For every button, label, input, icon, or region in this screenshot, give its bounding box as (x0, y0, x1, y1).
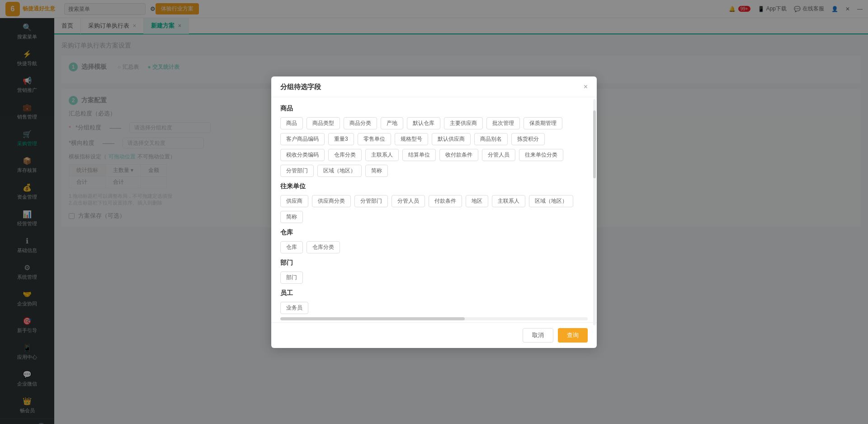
field-tag-0-14[interactable]: 拣货积分 (511, 133, 545, 145)
field-tag-0-1[interactable]: 商品类型 (307, 117, 340, 129)
section-title-1: 往来单位 (280, 182, 588, 191)
section-title-3: 部门 (280, 259, 588, 267)
modal-vscroll (593, 99, 596, 325)
field-tags-3: 部门 (280, 272, 588, 284)
modal: 分组待选字段 × 商品商品商品类型商品分类产地默认仓库主要供应商批次管理保质期管… (271, 76, 597, 348)
field-tag-0-18[interactable]: 结算单位 (402, 149, 436, 161)
modal-hscrollbar-thumb (280, 317, 465, 320)
field-tag-0-10[interactable]: 零售单位 (358, 133, 391, 145)
field-tag-1-5[interactable]: 地区 (466, 195, 488, 207)
field-tag-0-23[interactable]: 区域（地区） (317, 165, 362, 177)
field-tag-1-1[interactable]: 供应商分类 (312, 195, 351, 207)
field-tag-0-5[interactable]: 主要供应商 (444, 117, 483, 129)
modal-footer: 取消 查询 (271, 322, 597, 348)
field-tag-0-13[interactable]: 商品别名 (474, 133, 508, 145)
field-tag-1-2[interactable]: 分管部门 (354, 195, 388, 207)
field-tag-0-11[interactable]: 规格型号 (395, 133, 428, 145)
field-tag-3-0[interactable]: 部门 (280, 272, 303, 284)
field-tags-0: 商品商品类型商品分类产地默认仓库主要供应商批次管理保质期管理客户商品编码重量3零… (280, 117, 588, 177)
field-tag-0-2[interactable]: 商品分类 (344, 117, 377, 129)
field-tag-1-4[interactable]: 付款条件 (429, 195, 462, 207)
modal-overlay[interactable]: 分组待选字段 × 商品商品商品类型商品分类产地默认仓库主要供应商批次管理保质期管… (0, 0, 868, 424)
field-tag-0-15[interactable]: 税收分类编码 (280, 149, 325, 161)
section-title-0: 商品 (280, 105, 588, 113)
field-tag-1-0[interactable]: 供应商 (280, 195, 308, 207)
modal-body[interactable]: 商品商品商品类型商品分类产地默认仓库主要供应商批次管理保质期管理客户商品编码重量… (271, 97, 597, 316)
field-tag-0-12[interactable]: 默认供应商 (432, 133, 471, 145)
field-tag-1-6[interactable]: 主联系人 (492, 195, 525, 207)
field-tag-0-6[interactable]: 批次管理 (486, 117, 520, 129)
field-tag-0-0[interactable]: 商品 (280, 117, 303, 129)
cancel-btn[interactable]: 取消 (523, 328, 553, 343)
field-tag-1-7[interactable]: 区域（地区） (529, 195, 573, 207)
field-tag-0-24[interactable]: 简称 (365, 165, 388, 177)
field-tags-4: 业务员 (280, 302, 588, 314)
modal-close-btn[interactable]: × (584, 83, 588, 91)
field-tag-0-21[interactable]: 往来单位分类 (519, 149, 563, 161)
field-tag-0-7[interactable]: 保质期管理 (524, 117, 562, 129)
field-tags-2: 仓库仓库分类 (280, 241, 588, 253)
field-tag-0-19[interactable]: 收付款条件 (439, 149, 478, 161)
field-tags-1: 供应商供应商分类分管部门分管人员付款条件地区主联系人区域（地区）简称 (280, 195, 588, 223)
field-tag-0-9[interactable]: 重量3 (328, 133, 354, 145)
field-tag-0-8[interactable]: 客户商品编码 (280, 133, 325, 145)
field-tag-2-0[interactable]: 仓库 (280, 241, 303, 253)
field-tag-0-3[interactable]: 产地 (381, 117, 403, 129)
field-tag-0-4[interactable]: 默认仓库 (407, 117, 440, 129)
field-tag-4-0[interactable]: 业务员 (280, 302, 308, 314)
modal-vscroll-thumb (593, 110, 596, 178)
confirm-btn[interactable]: 查询 (558, 328, 588, 343)
modal-title: 分组待选字段 (280, 83, 321, 91)
field-tag-2-1[interactable]: 仓库分类 (307, 241, 340, 253)
field-tag-1-8[interactable]: 简称 (280, 211, 303, 223)
section-title-2: 仓库 (280, 229, 588, 237)
modal-hscrollbar[interactable] (280, 317, 588, 320)
field-tag-0-16[interactable]: 仓库分类 (328, 149, 362, 161)
field-tag-0-20[interactable]: 分管人员 (482, 149, 515, 161)
field-tag-0-17[interactable]: 主联系人 (365, 149, 399, 161)
field-tag-0-22[interactable]: 分管部门 (280, 165, 314, 177)
section-title-4: 员工 (280, 289, 588, 297)
field-tag-1-3[interactable]: 分管人员 (392, 195, 425, 207)
modal-header: 分组待选字段 × (271, 76, 597, 97)
